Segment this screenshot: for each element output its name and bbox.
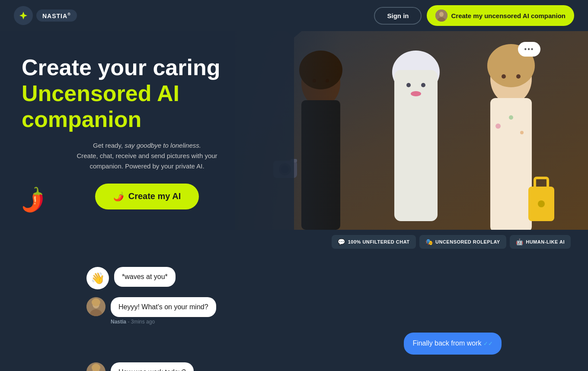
ai-message-2: How was work today? Nastia - 2mins ago (111, 362, 194, 371)
svg-point-20 (520, 131, 524, 134)
chat-row-user-1: Finally back from work ✓✓ (86, 333, 502, 354)
svg-point-21 (502, 74, 506, 79)
chat-bubble-hero: ••• (518, 42, 540, 57)
cta-avatar (435, 10, 447, 22)
svg-point-14 (411, 91, 421, 96)
header-right: Sign in Create my uncensored AI companio… (374, 5, 574, 26)
feature-badge-chat: 💬 100% UNFILTERED CHAT (332, 235, 415, 249)
svg-point-19 (509, 115, 513, 120)
chili-icon: 🌶️ (113, 191, 124, 202)
svg-point-1 (439, 12, 444, 17)
ai-message-1: Heyyy! What's on your mind? Nastia - 3mi… (111, 297, 216, 325)
svg-point-12 (406, 83, 411, 87)
ai-meta-1: Nastia - 3mins ago (111, 319, 216, 325)
header: NASTIA® Sign in Create my uncensored AI … (0, 0, 588, 31)
svg-point-29 (538, 200, 545, 207)
svg-point-22 (516, 74, 521, 79)
ai-avatar-2 (86, 362, 105, 371)
chat-row-ai-1: Heyyy! What's on your mind? Nastia - 3mi… (86, 297, 502, 325)
ai-icon: 🤖 (516, 238, 524, 245)
chat-row-wave: 👋 *waves at you* (86, 267, 502, 289)
hero-subtitle: Get ready, say goodbye to loneliness. Cr… (22, 140, 272, 171)
hero-section: Create your caring Uncensored AI compani… (0, 31, 588, 230)
svg-point-37 (92, 364, 100, 371)
read-checkmarks: ✓✓ (483, 340, 493, 347)
feature-badges: 💬 100% UNFILTERED CHAT 🎭 UNCENSORED ROLE… (0, 230, 588, 254)
create-companion-button[interactable]: Create my uncensored AI companion (427, 5, 574, 26)
user-bubble-1: Finally back from work ✓✓ (404, 333, 502, 354)
chat-icon: 💬 (338, 238, 345, 245)
feature-badge-roleplay: 🎭 UNCENSORED ROLEPLAY (419, 235, 506, 249)
svg-point-13 (421, 83, 425, 87)
hero-text-panel: Create your caring Uncensored AI compani… (0, 31, 294, 230)
wave-bubble-text: *waves at you* (114, 267, 176, 287)
roleplay-icon: 🎭 (425, 238, 433, 245)
wave-icon: 👋 (86, 267, 109, 289)
chat-row-ai-2: How was work today? Nastia - 2mins ago (86, 362, 502, 371)
sign-in-button[interactable]: Sign in (374, 7, 422, 25)
ai-avatar-1 (86, 297, 105, 316)
chili-decoration: 🌶️ (16, 184, 49, 216)
create-ai-button[interactable]: 🌶️ Create my AI (95, 184, 199, 209)
hero-title: Create your caring Uncensored AI compani… (22, 55, 272, 132)
svg-point-33 (92, 298, 100, 306)
logo-badge: NASTIA® (36, 10, 77, 22)
feature-badge-ai: 🤖 HUMAN-LIKE AI (510, 235, 571, 249)
logo-star-icon (14, 6, 33, 25)
svg-point-18 (495, 124, 501, 129)
chat-section: 👋 *waves at you* Heyyy! What's on your m… (0, 254, 588, 371)
logo-area: NASTIA® (14, 6, 77, 25)
